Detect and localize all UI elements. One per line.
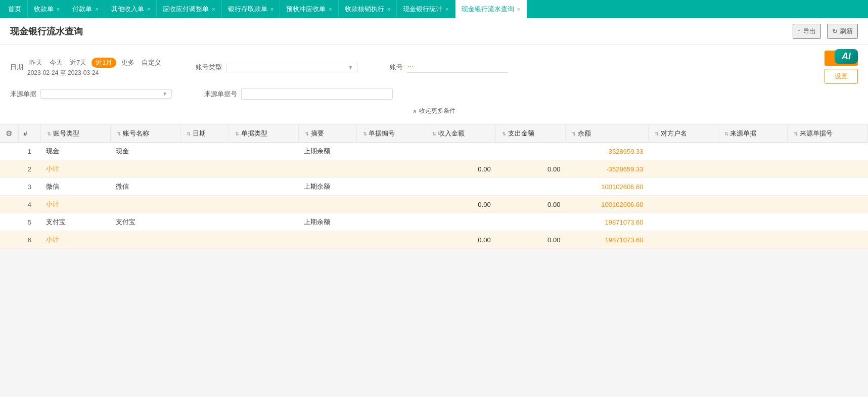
export-button[interactable]: ↑ 导出 xyxy=(793,24,821,39)
date-shortcuts-group: 昨天 今天 近7天 近1月 更多 自定义 2023-02-24 至 2023-0… xyxy=(27,58,163,77)
th-source-doc-sort-icon: ⇅ xyxy=(724,131,728,137)
ai-badge[interactable]: Ai xyxy=(835,49,858,64)
source-doc-label: 来源单据 xyxy=(10,90,36,99)
nav-bank-deposit-label: 银行存取款单 xyxy=(228,5,267,14)
nav-tab-bank-deposit[interactable]: 银行存取款单 × xyxy=(222,0,280,18)
row-source-doc-no xyxy=(788,160,868,178)
row-date xyxy=(180,178,229,196)
row-source-doc xyxy=(718,143,788,160)
shortcut-yesterday[interactable]: 昨天 xyxy=(27,58,44,68)
close-cash-flow-icon[interactable]: × xyxy=(517,6,520,12)
shortcut-1month[interactable]: 近1月 xyxy=(92,58,116,68)
collapse-bar[interactable]: ∧ 收起更多条件 xyxy=(10,104,858,118)
source-doc-dropdown-icon: ▼ xyxy=(162,91,167,97)
setting-button[interactable]: 设置 xyxy=(825,69,858,84)
row-account-type: 支付宝 xyxy=(41,213,111,231)
row-income xyxy=(426,213,496,231)
close-payment-icon[interactable]: × xyxy=(95,6,98,12)
date-filter-label: 日期 xyxy=(10,63,23,72)
row-date xyxy=(180,160,229,178)
close-ar-ap-adjust-icon[interactable]: × xyxy=(212,6,215,12)
account-type-filter: 账号类型 ▼ xyxy=(196,63,357,72)
source-doc-no-input[interactable] xyxy=(241,88,393,100)
th-account-name[interactable]: ⇅ 账号名称 xyxy=(111,125,180,143)
th-summary-sort-icon: ⇅ xyxy=(305,131,309,137)
source-doc-no-label: 来源单据号 xyxy=(204,90,237,99)
th-doc-type[interactable]: ⇅ 单据类型 xyxy=(229,125,299,143)
row-gear-cell xyxy=(0,143,18,160)
th-gear: ⚙ xyxy=(0,125,18,143)
shortcut-more[interactable]: 更多 xyxy=(119,58,136,68)
th-doc-no[interactable]: ⇅ 单据编号 xyxy=(356,125,426,143)
nav-tab-advance-offset[interactable]: 预收冲应收单 × xyxy=(280,0,338,18)
shortcut-7days[interactable]: 近7天 xyxy=(68,58,88,68)
row-doc-type xyxy=(229,231,299,249)
refresh-button[interactable]: ↻ 刷新 xyxy=(827,24,858,39)
row-balance: -3528659.33 xyxy=(565,160,648,178)
row-source-doc xyxy=(718,231,788,249)
table-row[interactable]: 6小计0.000.0019871073.60 xyxy=(0,231,868,249)
close-bank-deposit-icon[interactable]: × xyxy=(270,6,273,12)
table-body: 1现金现金上期余额-3528659.332小计0.000.00-3528659.… xyxy=(0,143,868,249)
nav-home-label: 首页 xyxy=(8,5,21,14)
th-counterpart[interactable]: ⇅ 对方户名 xyxy=(648,125,718,143)
nav-tab-home[interactable]: 首页 xyxy=(2,0,28,18)
th-doc-no-sort-icon: ⇅ xyxy=(363,131,367,137)
row-index: 6 xyxy=(18,231,41,249)
row-source-doc xyxy=(718,213,788,231)
row-gear-cell xyxy=(0,213,18,231)
row-account-type: 微信 xyxy=(41,178,111,196)
table-row[interactable]: 2小计0.000.00-3528659.33 xyxy=(0,160,868,178)
gear-icon[interactable]: ⚙ xyxy=(6,129,12,138)
account-type-select[interactable]: ▼ xyxy=(226,63,357,72)
row-expense: 0.00 xyxy=(496,160,566,178)
th-summary[interactable]: ⇅ 摘要 xyxy=(299,125,357,143)
nav-tab-cash-flow[interactable]: 现金银行流水查询 × xyxy=(455,0,527,18)
table-header: ⚙ # ⇅ 账号类型 ⇅ 账号名称 ⇅ 日期 ⇅ 单据类型 ⇅ 摘要 ⇅ 单据编… xyxy=(0,125,868,143)
table-row[interactable]: 3微信微信上期余额100102606.60 xyxy=(0,178,868,196)
row-account-type: 小计 xyxy=(41,160,111,178)
shortcut-today[interactable]: 今天 xyxy=(48,58,65,68)
th-balance-sort-icon: ⇅ xyxy=(572,131,576,137)
nav-tab-payment[interactable]: 付款单 × xyxy=(66,0,105,18)
nav-tab-receipt[interactable]: 收款单 × xyxy=(28,0,66,18)
th-expense[interactable]: ⇅ 支出金额 xyxy=(496,125,566,143)
row-source-doc xyxy=(718,160,788,178)
account-dots-icon[interactable]: ··· xyxy=(407,62,414,71)
close-receipt-verify-icon[interactable]: × xyxy=(387,6,390,12)
row-doc-no xyxy=(356,160,426,178)
nav-tab-ar-ap-adjust[interactable]: 应收应付调整单 × xyxy=(157,0,221,18)
row-doc-type xyxy=(229,160,299,178)
close-advance-offset-icon[interactable]: × xyxy=(329,6,332,12)
table-row[interactable]: 1现金现金上期余额-3528659.33 xyxy=(0,143,868,160)
close-cash-stat-icon[interactable]: × xyxy=(445,6,448,12)
export-icon: ↑ xyxy=(798,27,801,35)
table-row[interactable]: 4小计0.000.00100102606.60 xyxy=(0,196,868,213)
nav-tab-other-income[interactable]: 其他收入单 × xyxy=(105,0,157,18)
account-filter: 账号 ··· xyxy=(390,62,508,73)
th-source-doc-no[interactable]: ⇅ 来源单据号 xyxy=(788,125,868,143)
close-other-income-icon[interactable]: × xyxy=(147,6,150,12)
row-gear-cell xyxy=(0,160,18,178)
th-account-type[interactable]: ⇅ 账号类型 xyxy=(41,125,111,143)
nav-payment-label: 付款单 xyxy=(72,5,92,14)
account-type-label: 账号类型 xyxy=(196,63,222,72)
th-date[interactable]: ⇅ 日期 xyxy=(180,125,229,143)
th-income-sort-icon: ⇅ xyxy=(432,131,436,137)
table-row[interactable]: 5支付宝支付宝上期余额19871073.60 xyxy=(0,213,868,231)
source-doc-select[interactable]: ▼ xyxy=(40,89,172,99)
nav-tab-cash-stat[interactable]: 现金银行统计 × xyxy=(397,0,455,18)
shortcut-custom[interactable]: 自定义 xyxy=(140,58,163,68)
th-balance[interactable]: ⇅ 余额 xyxy=(565,125,648,143)
row-income xyxy=(426,143,496,160)
row-expense xyxy=(496,213,566,231)
row-doc-no xyxy=(356,231,426,249)
nav-tab-receipt-verify[interactable]: 收款核销执行 × xyxy=(339,0,397,18)
th-income[interactable]: ⇅ 收入金额 xyxy=(426,125,496,143)
th-source-doc[interactable]: ⇅ 来源单据 xyxy=(718,125,788,143)
close-receipt-icon[interactable]: × xyxy=(57,6,60,12)
row-counterpart xyxy=(648,143,718,160)
row-balance: -3528659.33 xyxy=(565,143,648,160)
row-source-doc-no xyxy=(788,213,868,231)
th-source-doc-no-sort-icon: ⇅ xyxy=(794,131,798,137)
